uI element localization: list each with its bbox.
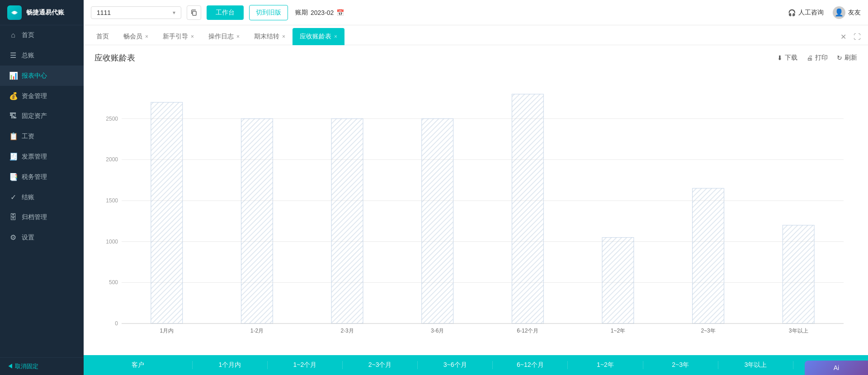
sidebar-item-settings[interactable]: ⚙设置 [0,227,84,248]
sidebar-item-settle[interactable]: ✓结账 [0,187,84,207]
print-icon: 🖨 [807,54,813,61]
table-header-cell: 1~2年 [568,361,643,369]
tab-label-home: 首页 [96,33,109,41]
svg-rect-23 [512,94,543,323]
tab-label-guide: 新手引导 [163,33,188,41]
sidebar: 畅捷通易代账 ⌂首页☰总账📊报表中心💰资金管理🏗固定资产📋工资🧾发票管理📑税务管… [0,0,84,375]
tab-period_end[interactable]: 期末结转 × [247,28,292,45]
table-header-cell: 2~3个月 [343,361,418,369]
sidebar-item-invoice[interactable]: 🧾发票管理 [0,146,84,167]
workbench-button[interactable]: 工作台 [207,5,244,20]
tab-close-period_end[interactable]: × [282,34,285,39]
tab-close-log[interactable]: × [236,34,240,39]
consultant-button[interactable]: 🎧 人工咨询 [788,9,824,17]
svg-rect-17 [241,119,273,323]
sidebar-item-salary[interactable]: 📋工资 [0,126,84,146]
sidebar-icon-tax: 📑 [9,173,17,181]
sidebar-footer-label: ◀ 取消固定 [7,362,38,370]
avatar: 👤 [833,6,845,19]
svg-text:1~2年: 1~2年 [611,328,625,334]
tab-aging[interactable]: 应收账龄表 × [292,28,344,45]
chart-container: 05001000150020002500 1月内1-2月2-3月3-6月6-12… [84,69,868,355]
print-button[interactable]: 🖨 打印 [807,54,828,62]
headset-icon: 🎧 [788,9,796,16]
period-display: 账期 2023-02 📅 [295,9,344,17]
sidebar-icon-settle: ✓ [9,193,17,202]
sidebar-nav: ⌂首页☰总账📊报表中心💰资金管理🏗固定资产📋工资🧾发票管理📑税务管理✓结账🗄归档… [0,25,84,357]
svg-text:1500: 1500 [106,197,118,204]
tabbar: 首页畅会员 ×新手引导 ×操作日志 ×期末结转 ×应收账龄表 × ✕ ⛶ [84,25,868,45]
topbar-right: 🎧 人工咨询 👤 友友 [788,6,861,19]
sidebar-icon-reports: 📊 [9,71,17,80]
ai-assistant-bar[interactable]: Ai [805,361,868,375]
sidebar-item-reports[interactable]: 📊报表中心 [0,66,84,86]
svg-text:3年以上: 3年以上 [789,328,808,334]
svg-point-0 [13,11,16,14]
sidebar-item-assets[interactable]: 🏗固定资产 [0,106,84,126]
svg-rect-1 [193,11,196,15]
sidebar-icon-funds: 💰 [9,92,17,100]
download-icon: ⬇ [777,54,783,61]
page-header: 应收账龄表 ⬇ 下载 🖨 打印 ↻ 刷新 [84,45,868,69]
tab-close-guide[interactable]: × [191,34,194,39]
page-title: 应收账龄表 [94,52,135,63]
sidebar-logo: 畅捷通易代账 [0,0,84,25]
svg-rect-25 [602,238,634,323]
calendar-icon[interactable]: 📅 [336,9,344,16]
svg-text:3-6月: 3-6月 [431,328,444,334]
expand-tab-button[interactable]: ⛶ [852,32,863,42]
main-area: 1111 ▾ 工作台 切到旧版 账期 2023-02 📅 🎧 人工咨询 👤 友友 [84,0,868,375]
close-tab-button[interactable]: ✕ [839,32,848,42]
old-version-button[interactable]: 切到旧版 [249,5,288,20]
user-menu[interactable]: 👤 友友 [833,6,861,19]
table-header-cell: 6~12个月 [493,361,568,369]
logo-text: 畅捷通易代账 [26,9,64,17]
company-selector[interactable]: 1111 ▾ [91,6,181,19]
sidebar-item-archive[interactable]: 🗄归档管理 [0,207,84,227]
sidebar-icon-home: ⌂ [9,31,17,39]
period-label: 账期 [295,9,308,17]
copy-button[interactable] [187,5,201,20]
sidebar-item-home[interactable]: ⌂首页 [0,25,84,45]
svg-rect-27 [693,188,724,323]
sidebar-item-ledger[interactable]: ☰总账 [0,45,84,66]
svg-rect-19 [331,119,363,323]
svg-text:500: 500 [109,279,118,286]
tab-home[interactable]: 首页 [89,28,116,45]
refresh-label: 刷新 [844,54,857,62]
tab-label-member: 畅会员 [123,33,142,41]
sidebar-label-reports: 报表中心 [22,72,47,80]
sidebar-item-tax[interactable]: 📑税务管理 [0,167,84,187]
sidebar-label-funds: 资金管理 [22,92,47,100]
sidebar-label-settings: 设置 [22,234,34,242]
sidebar-icon-settings: ⚙ [9,233,17,242]
tab-log[interactable]: 操作日志 × [201,28,247,45]
table-header: 客户1个月内1~2个月2~3个月3~6个月6~12个月1~2年2~3年3年以上合… [84,355,868,375]
tab-close-aging[interactable]: × [334,34,337,39]
tab-close-member[interactable]: × [145,34,148,39]
table-header-cell: 3~6个月 [418,361,493,369]
tab-label-log: 操作日志 [208,33,234,41]
ai-label: Ai [834,364,839,371]
svg-text:2~3年: 2~3年 [701,328,715,334]
table-header-cell: 1个月内 [193,361,268,369]
aging-chart: 05001000150020002500 1月内1-2月2-3月3-6月6-12… [94,69,857,351]
tab-guide[interactable]: 新手引导 × [156,28,201,45]
table-header-cell: 1~2个月 [268,361,343,369]
sidebar-label-archive: 归档管理 [22,213,47,221]
svg-text:2500: 2500 [106,116,118,122]
download-button[interactable]: ⬇ 下载 [777,54,797,62]
sidebar-label-home: 首页 [22,31,34,39]
sidebar-icon-invoice: 🧾 [9,152,17,161]
svg-text:1000: 1000 [106,239,118,245]
refresh-button[interactable]: ↻ 刷新 [837,54,857,62]
svg-text:1月内: 1月内 [160,328,174,334]
tab-member[interactable]: 畅会员 × [116,28,156,45]
sidebar-label-assets: 固定资产 [22,112,47,120]
tab-label-aging: 应收账龄表 [300,33,331,41]
svg-rect-15 [151,102,183,323]
company-dropdown-icon: ▾ [173,9,175,16]
sidebar-label-invoice: 发票管理 [22,153,47,161]
sidebar-item-funds[interactable]: 💰资金管理 [0,86,84,106]
sidebar-unpin-button[interactable]: ◀ 取消固定 [0,357,84,375]
